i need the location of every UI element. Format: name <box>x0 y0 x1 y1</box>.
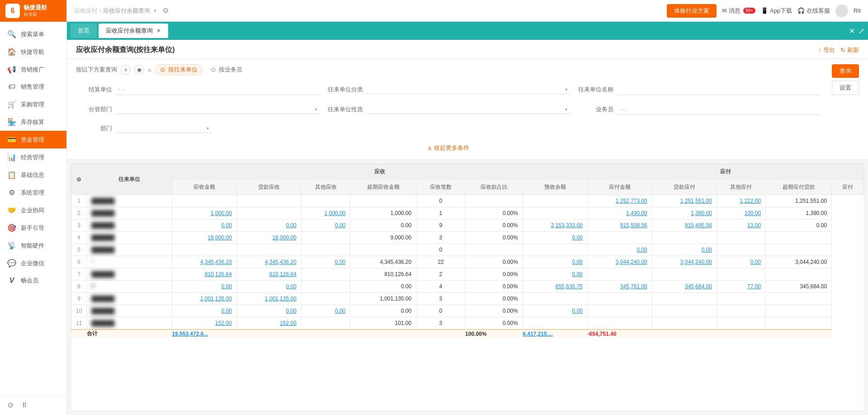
row-prepay-7: 0.00 <box>523 268 587 281</box>
row-ar-amount-1 <box>172 195 236 207</box>
row-loan-ap-6: 3,044,240.00 <box>652 256 717 268</box>
sidebar-item-sales[interactable]: 🏷 销售管理 <box>0 78 66 95</box>
row-other-ap-7 <box>717 268 765 281</box>
col-overdue-ar-header: 超期应收金额 <box>350 180 416 195</box>
sidebar-item-purchase[interactable]: 🛒 采购管理 <box>0 95 66 113</box>
filter-scheme-btn[interactable]: ◉ <box>134 65 144 75</box>
sidebar-item-operation[interactable]: 📊 经营管理 <box>0 148 66 166</box>
unit-category-label: 往来单位分类 <box>327 86 363 94</box>
row-overdue-ar-5 <box>350 244 416 256</box>
sidebar-footer: ⚙ ⏸ <box>0 395 66 415</box>
row-num-1: 1 <box>71 195 87 207</box>
service-label: 在线客服 <box>807 7 830 15</box>
filter-row-2: 分管部门 ▾ 往来单位性质 ▾ <box>76 104 821 115</box>
sidebar-label-corp: 企业协同 <box>21 206 44 215</box>
trial-btn[interactable]: 体验行业方案 <box>667 4 717 18</box>
tab-arbalance[interactable]: 应收应付余额查询 ✕ <box>99 24 168 38</box>
online-service-btn[interactable]: 🎧 在线客服 <box>797 7 830 15</box>
sidebar-item-system[interactable]: ⚙ 系统管理 <box>0 184 66 201</box>
row-other-ap-9 <box>717 293 765 305</box>
filter-settlement-unit: 结算单位 ··· <box>76 84 320 95</box>
sidebar-item-guide[interactable]: 🎯 新手引导 <box>0 219 66 237</box>
unit-name-input[interactable] <box>617 84 821 95</box>
scheme-item-unit[interactable]: ⊙ 按往来单位 <box>155 64 203 75</box>
sidebar-item-basic[interactable]: 📋 基础信息 <box>0 166 66 184</box>
row-overdue-ar-11: 101.00 <box>350 317 416 330</box>
settings-gear-icon[interactable]: ⚙ <box>162 6 169 15</box>
row-ap-amount-3: 915,508.56 <box>587 219 652 232</box>
download-icon: 📱 <box>761 7 768 14</box>
row-ar-amount-6: 4,345,436.20 <box>172 256 236 268</box>
row-ar-count-6: 22 <box>416 256 465 268</box>
dropdown-arrow-icon[interactable]: ▾ <box>154 7 157 14</box>
table-row: 9 ██████ 1,001,135.00 1,001,135.00 1,001… <box>71 293 864 305</box>
col-ap-group-header: 应付 <box>587 164 863 180</box>
row-overdue-ap-11 <box>766 317 832 330</box>
col-ap-amount-header: 应付金额 <box>587 180 652 195</box>
row-ar-count-4: 3 <box>416 232 465 244</box>
dept-select[interactable]: ▾ <box>116 105 320 114</box>
row-num-4: 4 <box>71 232 87 244</box>
table-row: 11 ██████ 152.00 152.00 101.00 3 0.00% <box>71 317 864 330</box>
row-ar-ratio-9: 0.00% <box>465 293 523 305</box>
sidebar-item-search[interactable]: 🔍 搜索菜单 <box>0 25 66 43</box>
app-download-btn[interactable]: 📱 App下载 <box>761 7 792 15</box>
unit-nature-select[interactable]: ▾ <box>367 105 571 114</box>
filter-unit-category: 往来单位分类 ▾ <box>327 85 571 94</box>
basic-icon: 📋 <box>7 171 16 179</box>
tab-close-btn[interactable]: ✕ <box>849 27 855 35</box>
row-other-ar-7 <box>301 268 350 281</box>
sidebar-item-hardware[interactable]: 📡 智能硬件 <box>0 237 66 254</box>
settlement-unit-input[interactable]: ··· <box>116 84 320 95</box>
total-other-ap <box>717 329 765 338</box>
page-title: 应收应付余额查询(按往来单位) <box>76 45 175 55</box>
total-loan-ap <box>652 329 717 338</box>
collapse-more-btn[interactable]: ∧ 收起更多条件 <box>428 144 469 152</box>
tab-home[interactable]: 首页 <box>71 24 97 38</box>
filter-dept2: 部门 ▾ <box>76 124 212 133</box>
breadcrumb-text: 应收应付 <box>74 7 98 15</box>
tab-expand-btn[interactable]: ⤢ <box>859 27 864 35</box>
row-overdue-ap-10 <box>766 305 832 317</box>
row-loan-ap-2: 1,390.00 <box>652 207 717 219</box>
sidebar-item-wechat[interactable]: 💬 企业微信 <box>0 254 66 272</box>
scheme-unit-label: 按往来单位 <box>168 66 198 74</box>
query-btn[interactable]: 查询 <box>832 64 859 78</box>
sidebar-nav: 🔍 搜索菜单 🏠 快捷导航 📢 营销推广 🏷 销售管理 🛒 采购管理 🏪 <box>0 22 66 395</box>
sidebar-item-quick[interactable]: 🏠 快捷导航 <box>0 43 66 61</box>
row-num-9: 9 <box>71 293 87 305</box>
export-btn[interactable]: ↑ 导出 <box>819 46 835 54</box>
tab-close-icon[interactable]: ✕ <box>156 28 161 34</box>
sidebar-item-warehouse[interactable]: 🏪 库存核算 <box>0 113 66 131</box>
refresh-btn[interactable]: ↻ 刷新 <box>840 46 859 54</box>
finance-icon: 💳 <box>7 135 16 144</box>
set-btn[interactable]: 设置 <box>832 81 859 95</box>
table-settings-icon[interactable]: ⚙ <box>76 176 81 183</box>
row-ar-count-5: 0 <box>416 244 465 256</box>
sidebar-item-member[interactable]: V 畅会员 <box>0 272 66 289</box>
table-row: 2 ██████ 1,000.00 1,000.00 1,000.00 1 0.… <box>71 207 864 219</box>
top-header: 应收应付 › 应收应付余额查询 ▾ ⚙ 体验行业方案 ✉ 消息 99+ 📱 Ap… <box>67 0 868 22</box>
scheme-item-salesperson[interactable]: ⊙ 按业务员 <box>206 65 247 75</box>
row-loan-ar-11: 152.00 <box>236 317 301 330</box>
row-num-10: 10 <box>71 305 87 317</box>
salesperson-input[interactable]: ··· <box>617 104 821 115</box>
sidebar-item-finance[interactable]: 💳 资金管理 <box>0 131 66 148</box>
row-ar-count-8: 4 <box>416 281 465 293</box>
filter-add-btn[interactable]: + <box>121 65 131 75</box>
row-loan-ap-1: 1,251,551.00 <box>652 195 717 207</box>
message-btn[interactable]: ✉ 消息 99+ <box>722 7 755 15</box>
row-ar-count-1: 0 <box>416 195 465 207</box>
sidebar-item-corp[interactable]: 🤝 企业协同 <box>0 201 66 219</box>
logo-icon: 6 <box>5 4 20 18</box>
filter-collapse-btn[interactable]: « <box>148 66 151 73</box>
table-row: 10 ██████ 0.00 0.00 0.00 0.00 0 0.00% 0.… <box>71 305 864 317</box>
settings-footer-icon[interactable]: ⚙ <box>7 401 14 410</box>
export-label: 导出 <box>823 46 835 54</box>
unit-category-select[interactable]: ▾ <box>367 85 571 94</box>
row-loan-ap-4 <box>652 232 717 244</box>
dept2-select[interactable]: ▾ <box>116 124 212 133</box>
collapse-sidebar-icon[interactable]: ⏸ <box>21 401 28 410</box>
row-overdue-ap-4 <box>766 232 832 244</box>
sidebar-item-marketing[interactable]: 📢 营销推广 <box>0 61 66 78</box>
